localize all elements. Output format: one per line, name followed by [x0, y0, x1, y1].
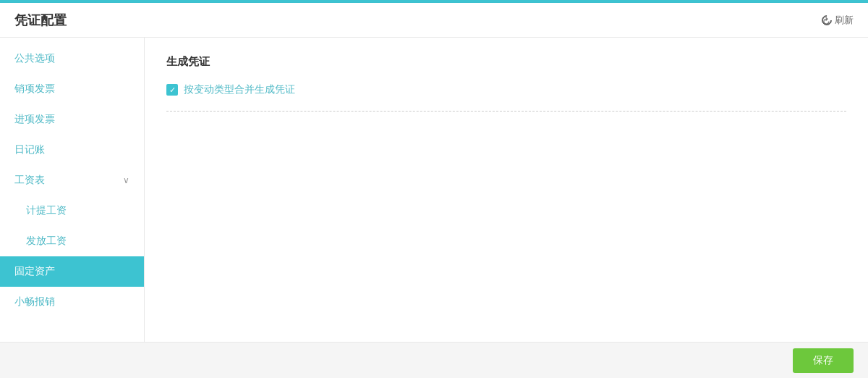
refresh-icon: ↻: [820, 13, 834, 28]
sidebar: 公共选项销项发票进项发票日记账工资表∨计提工资发放工资固定资产小畅报销: [0, 38, 145, 342]
sidebar-label-public: 公共选项: [14, 52, 55, 65]
sidebar-item-public[interactable]: 公共选项: [0, 43, 144, 74]
sidebar-label-payroll-distribute: 发放工资: [26, 235, 67, 248]
sidebar-label-sales-invoice: 销项发票: [14, 83, 55, 96]
checkbox-label: 按变动类型合并生成凭证: [184, 83, 295, 96]
refresh-label: 刷新: [835, 14, 854, 27]
sidebar-label-payroll: 工资表: [14, 174, 45, 187]
sidebar-label-payroll-accrual: 计提工资: [26, 204, 67, 217]
sidebar-item-payroll-distribute[interactable]: 发放工资: [0, 226, 144, 256]
merge-checkbox[interactable]: ✓: [166, 84, 178, 96]
checkbox-row: ✓ 按变动类型合并生成凭证: [166, 83, 846, 96]
sidebar-label-purchase-invoice: 进项发票: [14, 113, 55, 126]
sidebar-item-sales-invoice[interactable]: 销项发票: [0, 74, 144, 104]
sidebar-item-payroll[interactable]: 工资表∨: [0, 165, 144, 196]
section-divider: [166, 111, 846, 112]
sidebar-item-expense-reimbursement[interactable]: 小畅报销: [0, 287, 144, 317]
section-title: 生成凭证: [166, 55, 846, 69]
page-header: 凭证配置 ↻ 刷新: [0, 3, 868, 38]
sidebar-label-expense-reimbursement: 小畅报销: [14, 295, 55, 308]
sidebar-label-fixed-assets: 固定资产: [14, 265, 55, 278]
page-title: 凭证配置: [14, 12, 67, 29]
page-footer: 保存: [0, 342, 868, 378]
sidebar-item-journal[interactable]: 日记账: [0, 135, 144, 165]
sidebar-label-journal: 日记账: [14, 143, 45, 156]
main-content: 生成凭证 ✓ 按变动类型合并生成凭证: [145, 38, 868, 342]
refresh-button[interactable]: ↻ 刷新: [822, 14, 854, 27]
check-mark-icon: ✓: [169, 86, 176, 94]
save-button[interactable]: 保存: [793, 348, 854, 373]
sidebar-item-payroll-accrual[interactable]: 计提工资: [0, 196, 144, 226]
sidebar-item-purchase-invoice[interactable]: 进项发票: [0, 104, 144, 135]
chevron-down-icon: ∨: [123, 175, 129, 185]
sidebar-item-fixed-assets[interactable]: 固定资产: [0, 256, 144, 287]
page-body: 公共选项销项发票进项发票日记账工资表∨计提工资发放工资固定资产小畅报销 生成凭证…: [0, 38, 868, 342]
